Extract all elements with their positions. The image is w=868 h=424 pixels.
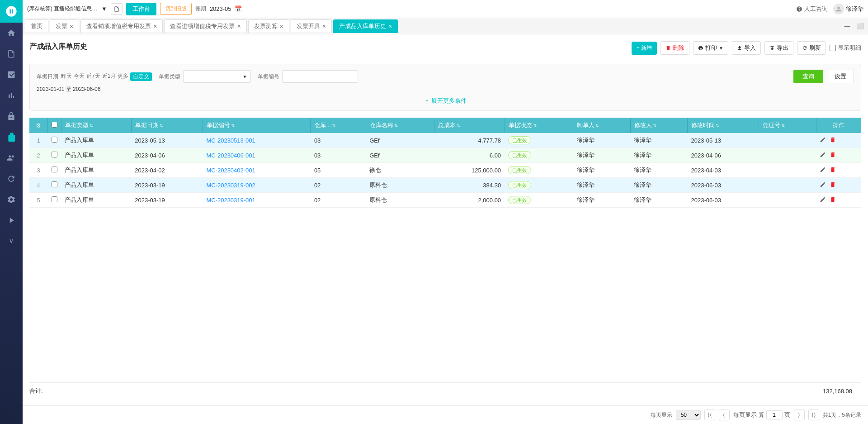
tab-invoice[interactable]: 发票 × [50,19,79,33]
page-prev-btn[interactable]: ⟨ [719,410,730,420]
tab-invoice-calc[interactable]: 发票测算 × [248,19,289,33]
cell-checkbox[interactable] [47,178,61,193]
edit-action-btn[interactable] [820,152,826,159]
sidebar-item-users[interactable] [0,148,23,168]
tab-home[interactable]: 首页 [25,19,48,33]
th-type[interactable]: 单据类型⇅ [61,118,131,133]
number-link[interactable]: MC-20230319-002 [206,182,255,189]
shortcut-yesterday[interactable]: 昨天 [61,72,72,81]
th-modify-time[interactable]: 修改时间⇅ [688,118,759,133]
number-link[interactable]: MC-20230513-001 [206,137,255,144]
filter-type-select[interactable]: ▼ [183,70,251,83]
page-size-select[interactable]: 50 100 200 [676,410,701,420]
cell-checkbox[interactable] [47,148,61,163]
tab-sales-vat[interactable]: 查看销项增值税专用发票 × [80,19,163,33]
page-first-btn[interactable]: ⟨⟨ [704,410,715,420]
tab-purchase-vat-close[interactable]: × [237,23,241,29]
sidebar-item-documents[interactable] [0,43,23,64]
shortcut-1month[interactable]: 近1月 [102,72,116,81]
shortcut-custom[interactable]: 自定义 [130,72,152,81]
sidebar-item-chart[interactable] [0,85,23,106]
page-number-input[interactable] [766,410,783,419]
query-button[interactable]: 查询 [793,70,823,83]
service-button[interactable]: 人工咨询 [796,5,828,13]
document-icon-btn[interactable] [111,3,123,15]
sidebar-item-version[interactable]: V [0,231,23,252]
edit-action-btn[interactable] [820,137,826,144]
cell-checkbox[interactable] [47,163,61,178]
edit-action-btn[interactable] [820,167,826,174]
period-calendar-icon[interactable]: 📅 [235,5,242,12]
th-warehouse-code[interactable]: 仓库...⇅ [311,118,366,133]
row-checkbox[interactable] [52,196,57,202]
sidebar-item-lock[interactable] [0,106,23,127]
shortcut-7days[interactable]: 近7天 [86,72,100,81]
sidebar-item-inventory[interactable] [0,127,23,148]
set-button[interactable]: 设置 [827,70,854,83]
delete-action-btn[interactable] [830,167,836,174]
cell-checkbox[interactable] [47,133,61,148]
sidebar-item-analytics[interactable] [0,64,23,85]
th-warehouse-name[interactable]: 仓库名称⇅ [366,118,434,133]
print-button[interactable]: 打印 ▼ [693,41,728,55]
switch-version-button[interactable]: 切到旧版 [160,3,192,15]
th-voucher[interactable]: 凭证号⇅ [759,118,816,133]
table-row: 5 产品入库单 2023-03-19 MC-20230319-001 02 原料… [29,193,861,208]
th-number[interactable]: 单据编号⇅ [203,118,310,133]
edit-action-btn[interactable] [820,181,826,189]
delete-action-btn[interactable] [830,137,836,144]
tabbar-maximize-btn[interactable]: ⬜ [855,21,866,32]
th-checkbox[interactable] [47,118,61,133]
edit-action-btn[interactable] [820,196,826,204]
row-checkbox[interactable] [52,167,57,172]
workbench-button[interactable]: 工作台 [126,3,156,15]
select-all-checkbox[interactable] [52,122,57,128]
tab-invoice-open[interactable]: 发票开具 × [291,19,332,33]
tab-product-inbound[interactable]: 产成品入库单历史 × [333,19,398,33]
delete-action-btn[interactable] [830,196,836,204]
th-date[interactable]: 单据日期⇅ [131,118,203,133]
row-checkbox[interactable] [52,152,57,157]
shortcut-more[interactable]: 更多 [118,72,128,81]
tab-sales-vat-close[interactable]: × [153,23,157,29]
tab-invoice-close[interactable]: × [70,23,73,29]
tab-invoice-open-close[interactable]: × [322,23,326,29]
new-button[interactable]: + 新增 [632,42,657,55]
th-modifier[interactable]: 修改人⇅ [630,118,688,133]
number-link[interactable]: MC-20230402-001 [206,167,255,174]
export-button[interactable]: 导出 [764,41,793,55]
cell-checkbox[interactable] [47,193,61,208]
sidebar-item-refresh[interactable] [0,168,23,189]
company-selector[interactable]: (库存核算) 直播轻绑通信息技股份... ▼ [27,5,107,13]
user-avatar [833,4,844,14]
tabbar-minimize-btn[interactable]: — [842,21,853,32]
number-link[interactable]: MC-20230319-001 [206,197,255,204]
tab-sales-vat-label: 查看销项增值税专用发票 [86,22,151,30]
th-status[interactable]: 单据状态⇅ [505,118,573,133]
tab-invoice-calc-close[interactable]: × [280,23,283,29]
th-settings[interactable]: ⚙ [29,118,47,133]
row-checkbox[interactable] [52,181,57,187]
th-creator[interactable]: 制单人⇅ [573,118,631,133]
show-detail-checkbox[interactable] [830,45,836,51]
row-checkbox[interactable] [52,137,57,143]
delete-action-btn[interactable] [830,152,836,159]
page-next-btn[interactable]: ⟩ [794,410,805,420]
tab-product-inbound-close[interactable]: × [388,23,392,29]
shortcut-today[interactable]: 今天 [74,72,85,81]
sidebar-item-play[interactable] [0,210,23,231]
delete-button[interactable]: 删除 [660,41,689,55]
sidebar-item-home[interactable] [0,23,23,43]
import-button[interactable]: 导入 [732,41,761,55]
delete-action-btn[interactable] [830,181,836,189]
refresh-button[interactable]: 刷新 [797,41,826,55]
filter-number-input[interactable] [282,70,358,83]
sidebar-item-settings[interactable] [0,189,23,210]
number-link[interactable]: MC-20230406-001 [206,152,255,159]
tab-purchase-vat[interactable]: 查看进项增值税专用发票 × [164,19,246,33]
page-last-btn[interactable]: ⟩⟩ [808,410,819,420]
settings-icon[interactable]: ⚙ [36,122,41,129]
expand-more-btn[interactable]: 展开更多条件 [424,97,467,105]
th-total-cost[interactable]: 总成本⇅ [434,118,505,133]
user-info[interactable]: 徐泽华 [833,4,863,14]
